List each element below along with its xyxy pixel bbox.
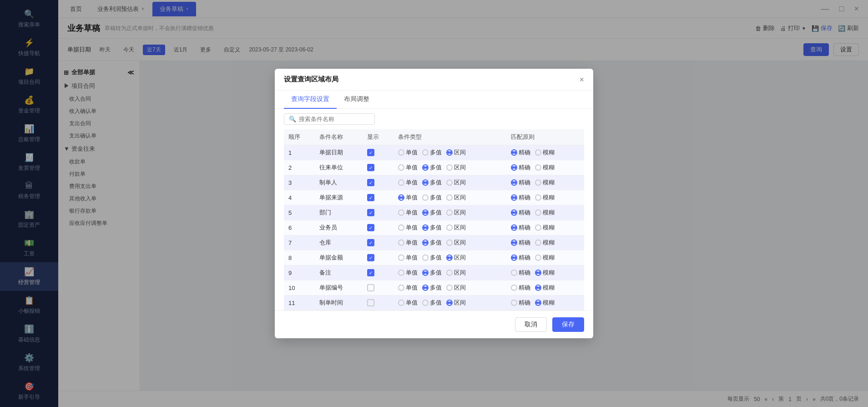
type-single-radio[interactable] <box>398 209 404 216</box>
type-range-option[interactable]: 区间 <box>446 178 466 187</box>
match-fuzzy-radio[interactable] <box>535 179 541 186</box>
type-multi-option[interactable]: 多值 <box>422 209 442 217</box>
type-range-option[interactable]: 区间 <box>446 239 466 247</box>
type-multi-radio[interactable] <box>422 209 429 216</box>
type-range-option[interactable]: 区间 <box>446 269 466 277</box>
show-checkbox[interactable]: ✓ <box>367 194 374 201</box>
cell-show[interactable]: ✓ <box>363 175 394 190</box>
match-fuzzy-option[interactable]: 模糊 <box>535 269 555 277</box>
show-checkbox[interactable] <box>367 284 374 291</box>
type-single-radio[interactable] <box>398 179 404 186</box>
match-exact-radio[interactable] <box>511 285 517 291</box>
type-multi-radio[interactable] <box>422 164 429 171</box>
type-range-radio[interactable] <box>446 209 453 216</box>
type-multi-option[interactable]: 多值 <box>422 254 442 262</box>
match-fuzzy-radio[interactable] <box>535 149 541 156</box>
match-fuzzy-radio[interactable] <box>535 254 541 261</box>
cancel-button[interactable]: 取消 <box>515 317 547 332</box>
match-exact-option[interactable]: 精确 <box>511 299 530 307</box>
type-range-radio[interactable] <box>446 239 453 246</box>
match-fuzzy-radio[interactable] <box>535 270 541 276</box>
match-fuzzy-option[interactable]: 模糊 <box>535 193 555 202</box>
show-checkbox[interactable]: ✓ <box>367 254 374 261</box>
match-fuzzy-option[interactable]: 模糊 <box>535 148 555 157</box>
type-multi-option[interactable]: 多值 <box>422 148 442 157</box>
show-checkbox[interactable]: ✓ <box>367 239 374 246</box>
type-multi-option[interactable]: 多值 <box>422 284 442 292</box>
type-single-option[interactable]: 单值 <box>398 148 418 157</box>
dialog-tab-fields[interactable]: 查询字段设置 <box>284 91 337 109</box>
show-checkbox[interactable]: ✓ <box>367 179 374 186</box>
type-range-radio[interactable] <box>446 194 453 201</box>
type-multi-option[interactable]: 多值 <box>422 193 442 202</box>
cell-show[interactable]: ✓ <box>363 265 394 280</box>
cell-show[interactable]: ✓ <box>363 160 394 175</box>
match-exact-option[interactable]: 精确 <box>511 254 530 262</box>
type-multi-option[interactable]: 多值 <box>422 178 442 187</box>
show-checkbox[interactable]: ✓ <box>367 209 374 216</box>
match-exact-radio[interactable] <box>511 254 517 261</box>
type-multi-option[interactable]: 多值 <box>422 239 442 247</box>
type-single-option[interactable]: 单值 <box>398 209 418 217</box>
match-exact-option[interactable]: 精确 <box>511 178 530 187</box>
cell-show[interactable]: ✓ <box>363 205 394 220</box>
type-range-option[interactable]: 区间 <box>446 254 466 262</box>
match-fuzzy-option[interactable]: 模糊 <box>535 224 555 232</box>
match-fuzzy-radio[interactable] <box>535 164 541 171</box>
type-single-option[interactable]: 单值 <box>398 254 418 262</box>
search-input[interactable] <box>299 116 370 122</box>
type-single-option[interactable]: 单值 <box>398 269 418 277</box>
match-fuzzy-radio[interactable] <box>535 285 541 291</box>
match-exact-option[interactable]: 精确 <box>511 284 530 292</box>
type-single-radio[interactable] <box>398 270 404 276</box>
type-single-radio[interactable] <box>398 285 404 291</box>
type-multi-radio[interactable] <box>422 300 429 306</box>
dialog-tab-layout[interactable]: 布局调整 <box>337 91 377 109</box>
match-fuzzy-option[interactable]: 模糊 <box>535 254 555 262</box>
save-dialog-button[interactable]: 保存 <box>552 317 584 332</box>
match-exact-radio[interactable] <box>511 270 517 276</box>
type-range-radio[interactable] <box>446 179 453 186</box>
show-checkbox[interactable]: ✓ <box>367 149 374 156</box>
cell-show[interactable] <box>363 295 394 310</box>
type-single-radio[interactable] <box>398 239 404 246</box>
show-checkbox[interactable] <box>367 299 374 306</box>
cell-show[interactable]: ✓ <box>363 145 394 160</box>
cell-show[interactable]: ✓ <box>363 250 394 265</box>
match-exact-option[interactable]: 精确 <box>511 209 530 217</box>
type-single-option[interactable]: 单值 <box>398 178 418 187</box>
type-range-radio[interactable] <box>446 164 453 171</box>
cell-show[interactable]: ✓ <box>363 220 394 235</box>
type-multi-radio[interactable] <box>422 239 429 246</box>
type-range-option[interactable]: 区间 <box>446 224 466 232</box>
type-range-option[interactable]: 区间 <box>446 284 466 292</box>
match-fuzzy-option[interactable]: 模糊 <box>535 284 555 292</box>
type-single-option[interactable]: 单值 <box>398 239 418 247</box>
type-multi-option[interactable]: 多值 <box>422 299 442 307</box>
type-range-option[interactable]: 区间 <box>446 299 466 307</box>
match-exact-option[interactable]: 精确 <box>511 163 530 172</box>
type-range-option[interactable]: 区间 <box>446 148 466 157</box>
match-fuzzy-option[interactable]: 模糊 <box>535 239 555 247</box>
type-single-radio[interactable] <box>398 300 404 306</box>
match-exact-radio[interactable] <box>511 300 517 306</box>
show-checkbox[interactable]: ✓ <box>367 224 374 231</box>
type-multi-radio[interactable] <box>422 254 429 261</box>
show-checkbox[interactable]: ✓ <box>367 269 374 276</box>
type-single-radio[interactable] <box>398 254 404 261</box>
type-single-radio[interactable] <box>398 149 404 156</box>
type-range-radio[interactable] <box>446 300 453 306</box>
match-exact-radio[interactable] <box>511 209 517 216</box>
type-multi-radio[interactable] <box>422 270 429 276</box>
type-single-radio[interactable] <box>398 194 404 201</box>
match-fuzzy-option[interactable]: 模糊 <box>535 163 555 172</box>
type-range-option[interactable]: 区间 <box>446 163 466 172</box>
match-exact-radio[interactable] <box>511 224 517 231</box>
type-range-option[interactable]: 区间 <box>446 209 466 217</box>
type-multi-radio[interactable] <box>422 194 429 201</box>
type-single-option[interactable]: 单值 <box>398 284 418 292</box>
type-multi-radio[interactable] <box>422 285 429 291</box>
type-range-radio[interactable] <box>446 270 453 276</box>
match-fuzzy-option[interactable]: 模糊 <box>535 209 555 217</box>
match-fuzzy-radio[interactable] <box>535 209 541 216</box>
